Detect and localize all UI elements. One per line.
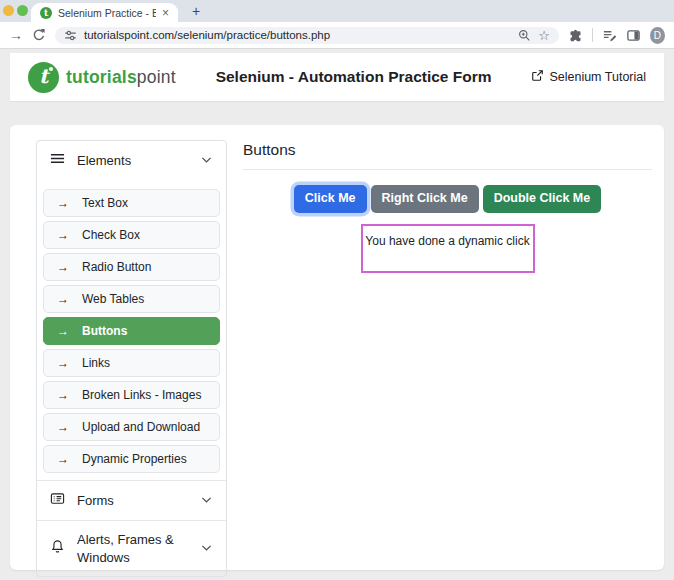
bell-icon: [50, 539, 65, 558]
fullscreen-traffic-light[interactable]: [17, 5, 28, 16]
sidebar-item-radio-button[interactable]: → Radio Button: [43, 253, 220, 281]
accordion-forms-label: Forms: [77, 493, 114, 508]
tab-close-icon[interactable]: ×: [162, 7, 169, 19]
accordion-forms[interactable]: Forms: [37, 480, 226, 520]
sidebar-item-label: Dynamic Properties: [82, 452, 187, 466]
notes-extension-icon[interactable]: [602, 28, 617, 43]
double-click-me-button[interactable]: Double Click Me: [483, 185, 602, 213]
sidebar-item-text-box[interactable]: → Text Box: [43, 189, 220, 217]
tutorialspoint-logo-icon: t: [28, 62, 59, 93]
sidebar-item-label: Broken Links - Images: [82, 388, 201, 402]
sidebar-item-label: Web Tables: [82, 292, 144, 306]
arrow-right-icon: →: [57, 292, 69, 306]
right-click-me-button[interactable]: Right Click Me: [371, 185, 479, 213]
selenium-tutorial-label: Selenium Tutorial: [549, 70, 646, 84]
accordion-alerts[interactable]: Alerts, Frames & Windows: [37, 520, 226, 576]
sidebar-item-label: Radio Button: [82, 260, 151, 274]
chevron-down-icon: [200, 152, 213, 170]
accordion-elements[interactable]: Elements: [37, 141, 226, 180]
chevron-down-icon: [200, 540, 213, 558]
bookmark-star-icon[interactable]: ☆: [538, 29, 550, 42]
sidebar: Elements → Text Box → Check Box → Radio …: [36, 140, 227, 577]
arrow-right-icon: →: [57, 452, 69, 466]
browser-toolbar: → tutorialspoint.com/selenium/practice/b…: [0, 22, 674, 49]
reload-icon[interactable]: [32, 28, 46, 42]
sidebar-item-label: Buttons: [82, 324, 127, 338]
arrow-right-icon: →: [57, 324, 69, 338]
toolbar-divider: [592, 28, 593, 42]
extensions-puzzle-icon[interactable]: [568, 28, 583, 43]
arrow-right-icon: →: [57, 356, 69, 370]
content-card: Elements → Text Box → Check Box → Radio …: [10, 125, 664, 570]
arrow-right-icon: →: [57, 388, 69, 402]
new-tab-button[interactable]: +: [192, 3, 200, 19]
page-body: t tutorialspoint Selenium - Automation P…: [0, 49, 674, 580]
external-link-icon: [531, 69, 544, 85]
minimize-traffic-light[interactable]: [3, 5, 14, 16]
arrow-right-icon: →: [57, 260, 69, 274]
arrow-right-icon: →: [57, 420, 69, 434]
action-button-row: Click Me Right Click Me Double Click Me: [243, 185, 652, 213]
sidebar-item-links[interactable]: → Links: [43, 349, 220, 377]
selenium-tutorial-link[interactable]: Selenium Tutorial: [531, 69, 646, 85]
arrow-right-icon: →: [57, 228, 69, 242]
sidebar-item-label: Text Box: [82, 196, 128, 210]
browser-tab[interactable]: t Selenium Practice - Buttons ×: [31, 3, 178, 22]
dynamic-click-message: You have done a dynamic click: [361, 224, 535, 273]
sidebar-item-dynamic-properties[interactable]: → Dynamic Properties: [43, 445, 220, 473]
sidebar-item-label: Links: [82, 356, 110, 370]
heading-divider: [243, 169, 652, 170]
sidebar-item-upload-and-download[interactable]: → Upload and Download: [43, 413, 220, 441]
accordion-alerts-label: Alerts, Frames & Windows: [77, 531, 188, 566]
forward-icon[interactable]: →: [9, 28, 23, 42]
sidebar-item-web-tables[interactable]: → Web Tables: [43, 285, 220, 313]
page-title: Selenium - Automation Practice Form: [176, 68, 532, 86]
sidebar-item-label: Check Box: [82, 228, 140, 242]
hamburger-icon: [50, 151, 65, 170]
browser-tab-strip: t Selenium Practice - Buttons × +: [0, 0, 674, 22]
tutorialspoint-favicon: t: [40, 7, 52, 19]
tutorialspoint-logo[interactable]: t tutorialspoint: [28, 62, 176, 93]
sidebar-item-label: Upload and Download: [82, 420, 200, 434]
logo-wordmark: tutorialspoint: [66, 67, 176, 88]
section-heading: Buttons: [243, 141, 652, 159]
sidebar-item-buttons[interactable]: → Buttons: [43, 317, 220, 345]
side-panel-icon[interactable]: [626, 28, 641, 43]
chevron-down-icon: [200, 492, 213, 510]
click-me-button[interactable]: Click Me: [294, 185, 367, 213]
form-icon: [50, 491, 65, 510]
sidebar-item-broken-links-images[interactable]: → Broken Links - Images: [43, 381, 220, 409]
url-bar[interactable]: tutorialspoint.com/selenium/practice/but…: [55, 27, 559, 44]
site-info-tune-icon[interactable]: [64, 29, 77, 42]
accordion-elements-label: Elements: [77, 153, 131, 168]
profile-avatar[interactable]: D: [650, 27, 665, 44]
tab-title: Selenium Practice - Buttons: [58, 7, 156, 19]
zoom-in-icon[interactable]: [518, 29, 531, 42]
main-content: Buttons Click Me Right Click Me Double C…: [243, 140, 652, 570]
sidebar-items: → Text Box → Check Box → Radio Button → …: [37, 180, 226, 480]
sidebar-item-check-box[interactable]: → Check Box: [43, 221, 220, 249]
arrow-right-icon: →: [57, 196, 69, 210]
url-text: tutorialspoint.com/selenium/practice/but…: [84, 29, 511, 41]
site-header: t tutorialspoint Selenium - Automation P…: [10, 53, 664, 101]
